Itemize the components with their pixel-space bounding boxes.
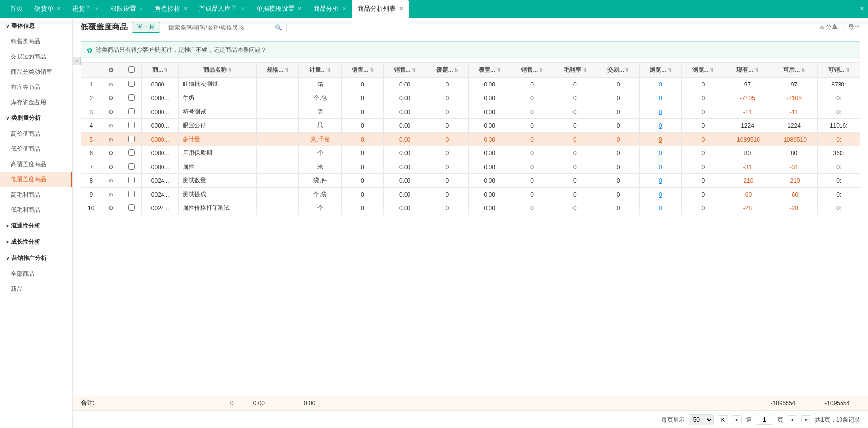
sort-icon-sales_amt[interactable]: ⇅: [410, 68, 416, 73]
col-header-sales_qty[interactable]: 销售... ⇅: [341, 63, 383, 78]
sidebar-section-1[interactable]: ∨类剩量分析: [0, 110, 72, 126]
cell-settings[interactable]: ⚙: [102, 91, 121, 105]
sort-icon-unit[interactable]: ⇅: [326, 68, 331, 73]
col-header-gross[interactable]: 毛利率 ⇅: [553, 63, 597, 78]
col-header-available[interactable]: 可用... ⇅: [771, 63, 817, 78]
sort-icon-cover_qty[interactable]: ⇅: [453, 68, 459, 73]
row-settings-icon[interactable]: ⚙: [108, 205, 114, 212]
cell-browse1[interactable]: 0: [639, 78, 681, 91]
sidebar-item-0-4[interactable]: 库存资金占用: [0, 95, 72, 110]
row-checkbox[interactable]: [128, 191, 135, 197]
select-all-checkbox[interactable]: [128, 66, 135, 73]
sort-icon-spec[interactable]: ⇅: [283, 68, 289, 73]
nav-close-7[interactable]: ×: [341, 5, 346, 12]
cell-checkbox[interactable]: [121, 78, 141, 91]
prev-page-button[interactable]: <: [732, 415, 742, 424]
sidebar-item-0-2[interactable]: 商品分类动销率: [0, 64, 72, 80]
sort-icon-name[interactable]: ⇅: [227, 68, 232, 73]
nav-item-1[interactable]: 销货单 ×: [28, 0, 66, 18]
row-settings-icon[interactable]: ⚙: [108, 191, 114, 198]
cell-checkbox[interactable]: [121, 105, 141, 119]
cell-checkbox[interactable]: [121, 91, 141, 105]
next-page-button[interactable]: >: [787, 415, 797, 424]
sidebar-item-0-3[interactable]: 有库存商品: [0, 80, 72, 95]
cell-browse1[interactable]: 0: [639, 133, 681, 146]
sidebar-item-1-5[interactable]: 低毛利商品: [0, 202, 72, 218]
col-header-cover_amt[interactable]: 覆盖... ⇅: [468, 63, 511, 78]
sidebar-collapse-button[interactable]: «: [73, 57, 81, 65]
cell-settings[interactable]: ⚙: [102, 105, 121, 119]
row-checkbox[interactable]: [128, 108, 135, 114]
row-settings-icon[interactable]: ⚙: [108, 150, 114, 157]
cell-checkbox[interactable]: [121, 133, 141, 146]
cell-checkbox[interactable]: [121, 174, 141, 188]
row-checkbox[interactable]: [128, 149, 135, 156]
cell-settings[interactable]: ⚙: [102, 201, 121, 215]
cell-settings[interactable]: ⚙: [102, 188, 121, 201]
sidebar-section-4[interactable]: ∨营销推广分析: [0, 250, 72, 266]
sort-icon-cover_amt[interactable]: ⇅: [495, 68, 501, 73]
sort-icon-sales_xxx[interactable]: ⇅: [538, 68, 543, 73]
cell-checkbox[interactable]: [121, 146, 141, 160]
sidebar-item-1-4[interactable]: 高毛利商品: [0, 187, 72, 202]
col-header-name[interactable]: 商品名称 ⇅: [179, 63, 257, 78]
export-button[interactable]: ↑ 导出: [843, 23, 860, 31]
sidebar-item-0-0[interactable]: 销售类商品: [0, 34, 72, 49]
sidebar-item-4-0[interactable]: 全部商品: [0, 266, 72, 282]
nav-item-7[interactable]: 商品分析 ×: [307, 0, 352, 18]
row-settings-icon[interactable]: ⚙: [108, 164, 114, 171]
row-checkbox[interactable]: [128, 163, 135, 170]
nav-close-6[interactable]: ×: [297, 5, 301, 12]
cell-checkbox[interactable]: [121, 201, 141, 215]
nav-item-3[interactable]: 权限设置 ×: [105, 0, 149, 18]
row-checkbox[interactable]: [128, 136, 135, 142]
sidebar-item-1-2[interactable]: 高覆盖度商品: [0, 157, 72, 172]
nav-item-5[interactable]: 产成品入库单 ×: [193, 0, 250, 18]
row-settings-icon[interactable]: ⚙: [108, 177, 114, 184]
sidebar-item-1-3[interactable]: 低覆盖度商品: [0, 172, 72, 187]
sort-icon-available[interactable]: ⇅: [800, 68, 805, 73]
sidebar-item-1-1[interactable]: 低价值商品: [0, 142, 72, 157]
window-close-button[interactable]: ×: [860, 4, 864, 13]
settings-icon[interactable]: ⚙: [108, 67, 114, 74]
sidebar-section-2[interactable]: >流通性分析: [0, 218, 72, 234]
cell-browse1[interactable]: 0: [639, 188, 681, 201]
col-header-browse2[interactable]: 浏览... ⇅: [682, 63, 724, 78]
cell-browse1[interactable]: 0: [639, 174, 681, 188]
nav-close-3[interactable]: ×: [138, 5, 143, 12]
row-settings-icon[interactable]: ⚙: [108, 122, 114, 129]
sidebar-section-0[interactable]: ∨整体信息: [0, 18, 72, 34]
page-size-select[interactable]: 2050100: [689, 414, 714, 425]
cell-browse1[interactable]: 0: [639, 105, 681, 119]
sidebar-item-0-1[interactable]: 交易过的商品: [0, 49, 72, 64]
nav-item-4[interactable]: 角色授权 ×: [149, 0, 193, 18]
search-input[interactable]: [168, 24, 273, 31]
sort-icon-gross[interactable]: ⇅: [581, 68, 587, 73]
sort-icon-browse1[interactable]: ⇅: [666, 68, 672, 73]
col-header-cover_qty[interactable]: 覆盖... ⇅: [426, 63, 468, 78]
cell-settings[interactable]: ⚙: [102, 174, 121, 188]
cell-checkbox[interactable]: [121, 160, 141, 174]
sort-icon-trans[interactable]: ⇅: [624, 68, 629, 73]
row-settings-icon[interactable]: ⚙: [108, 136, 114, 143]
nav-close-1[interactable]: ×: [55, 5, 60, 12]
cell-browse1[interactable]: 0: [639, 201, 681, 215]
col-header-spec[interactable]: 规格... ⇅: [256, 63, 298, 78]
cell-browse1[interactable]: 0: [639, 119, 681, 133]
row-checkbox[interactable]: [128, 122, 135, 128]
nav-close-5[interactable]: ×: [239, 5, 244, 12]
col-header-checkbox[interactable]: [121, 63, 141, 78]
cell-settings[interactable]: ⚙: [102, 146, 121, 160]
col-header-sales_amt[interactable]: 销售... ⇅: [383, 63, 426, 78]
sort-icon-current[interactable]: ⇅: [753, 68, 759, 73]
row-checkbox[interactable]: [128, 204, 135, 211]
first-page-button[interactable]: K: [718, 415, 728, 424]
sidebar-item-1-0[interactable]: 高价值商品: [0, 126, 72, 142]
cell-settings[interactable]: ⚙: [102, 78, 121, 91]
cell-settings[interactable]: ⚙: [102, 133, 121, 146]
col-header-code[interactable]: 商... ⇅: [141, 63, 178, 78]
row-checkbox[interactable]: [128, 94, 135, 101]
sort-icon-sales_qty[interactable]: ⇅: [368, 68, 374, 73]
col-header-browse1[interactable]: 浏览... ⇅: [639, 63, 681, 78]
cell-checkbox[interactable]: [121, 188, 141, 201]
